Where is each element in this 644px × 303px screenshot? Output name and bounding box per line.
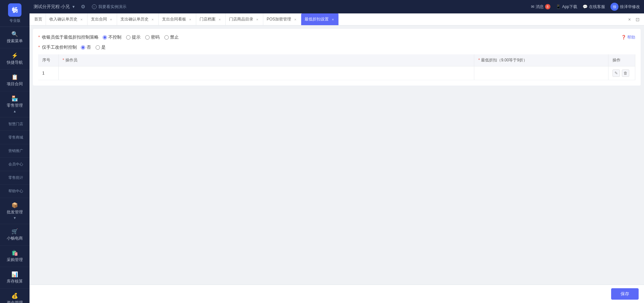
- sidebar-item-finance[interactable]: 💰 资金管理: [0, 289, 30, 303]
- tab-home[interactable]: 首页: [31, 13, 46, 25]
- cell-seq: 1: [38, 66, 58, 80]
- radio-remind[interactable]: [126, 35, 130, 40]
- sidebar-item-batch[interactable]: 📦 批发管理 ▼: [0, 198, 30, 224]
- radio-no[interactable]: [81, 45, 85, 50]
- tab-payment-contract[interactable]: 支出合同 ×: [88, 13, 117, 25]
- close-icon[interactable]: ×: [188, 17, 193, 22]
- help-button[interactable]: ❓ 帮助: [621, 35, 635, 40]
- demo-button[interactable]: ○ 我要看实例演示: [92, 4, 126, 10]
- sidebar-item-member[interactable]: 会员中心: [0, 158, 30, 171]
- close-icon[interactable]: ×: [255, 17, 260, 22]
- sidebar-item-inventory[interactable]: 📊 库存核算: [0, 267, 30, 289]
- sidebar-item-label: 帮助中心: [8, 189, 23, 194]
- sidebar-item-shortcut[interactable]: ⚡ 快捷导航: [0, 48, 30, 70]
- radio-yes[interactable]: [96, 45, 100, 50]
- sidebar-item-retail-stats[interactable]: 零售统计: [0, 171, 30, 185]
- tab-store-product[interactable]: 门店商品目录 ×: [226, 13, 263, 25]
- logo-sub: 专业版: [3, 18, 27, 23]
- sidebar-item-help[interactable]: 帮助中心: [0, 185, 30, 198]
- purchase-icon: 🛍️: [11, 250, 18, 256]
- sidebar-item-purchase[interactable]: 🛍️ 采购管理: [0, 246, 30, 267]
- sidebar-item-ecommerce[interactable]: 🛒 小畅电商: [0, 224, 30, 246]
- messages-button[interactable]: ✉ 消息 8: [531, 4, 550, 10]
- download-icon: 📱: [556, 4, 561, 9]
- col-header-operator: * 操作员: [58, 54, 474, 66]
- sidebar-item-retail[interactable]: 🏪 零售管理 ▲: [0, 91, 30, 117]
- retail-icon: 🏪: [11, 95, 18, 102]
- tab-payment-board[interactable]: 支出合同看板 ×: [159, 13, 196, 25]
- col-header-seq: 序号: [38, 54, 58, 66]
- delete-icon[interactable]: 🗑: [622, 69, 629, 77]
- sidebar-item-search[interactable]: 🔍 搜索菜单: [0, 27, 30, 48]
- sidebar-item-project[interactable]: 📋 项目合同: [0, 70, 30, 91]
- settings-gear-icon[interactable]: ⚙: [81, 4, 85, 10]
- close-tab-button[interactable]: ×: [627, 16, 633, 23]
- option-label: 提示: [132, 34, 141, 40]
- sidebar-item-label: 营销推广: [8, 148, 23, 153]
- close-icon[interactable]: ×: [79, 17, 84, 22]
- close-icon[interactable]: ×: [293, 17, 298, 22]
- radio-no-control[interactable]: [103, 35, 107, 40]
- sidebar-item-retail-mall[interactable]: 零售商城: [0, 131, 30, 144]
- avatar: 徐: [610, 3, 619, 11]
- sidebar-item-marketing[interactable]: 营销推广: [0, 144, 30, 158]
- tab-min-discount[interactable]: 最低折扣设置 ×: [301, 13, 339, 25]
- discount-table: 序号 * 操作员 * 最低折扣（9.00等于9折） 操作: [38, 54, 635, 80]
- option-label: 禁止: [170, 34, 179, 40]
- tabs-bar: 首页 收入确认单历史 × 支出合同 × 支出确认单历史 × 支出合同看板 × 门…: [30, 13, 644, 26]
- expand-tab-button[interactable]: ⊡: [634, 16, 641, 23]
- row-action-icons: ✎ 🗑: [612, 69, 631, 77]
- sidebar-item-label: 零售统计: [8, 175, 23, 180]
- required-mark: *: [38, 35, 40, 40]
- sidebar-item-label: 小畅电商: [7, 236, 23, 241]
- control-options-group: 不控制 提示 密码 禁止: [103, 34, 179, 40]
- option-yes[interactable]: 是: [96, 44, 106, 50]
- save-button[interactable]: 保存: [611, 288, 639, 300]
- close-icon[interactable]: ×: [217, 17, 222, 22]
- discount-table-wrapper: 序号 * 操作员 * 最低折扣（9.00等于9折） 操作: [38, 54, 635, 80]
- project-selector[interactable]: 测试分开完程·小兄 ▼: [34, 4, 75, 10]
- close-icon[interactable]: ×: [330, 17, 335, 22]
- content-area: * 收银员低于最低折扣控制策略 不控制 提示 密码: [30, 26, 644, 285]
- radio-password[interactable]: [145, 35, 150, 40]
- tab-label: 支出合同: [91, 16, 107, 22]
- tab-label: 支出确认单历史: [120, 16, 149, 22]
- tab-store-file[interactable]: 门店档案 ×: [196, 13, 226, 25]
- tab-label: 最低折扣设置: [305, 16, 329, 22]
- manual-price-row: * 仅手工改价时控制 否 是: [38, 44, 635, 50]
- sidebar-item-label: 会员中心: [8, 162, 23, 167]
- tab-pos-password[interactable]: POS加密管理 ×: [263, 13, 301, 25]
- sidebar-item-label: 零售商城: [8, 135, 23, 140]
- messages-label: 消息: [536, 4, 544, 10]
- option-label: 否: [87, 44, 91, 50]
- table-header-row: 序号 * 操作员 * 最低折扣（9.00等于9折） 操作: [38, 54, 635, 66]
- table-row: 1 ✎ 🗑: [38, 66, 635, 80]
- project-name: 测试分开完程·小兄: [34, 4, 70, 10]
- logo-icon: 畅: [8, 3, 21, 17]
- app-download-label: App下载: [562, 4, 577, 10]
- user-profile-button[interactable]: 徐 徐泽华修改: [610, 3, 640, 11]
- tab-label: 首页: [34, 16, 42, 22]
- demo-icon: ○: [92, 4, 97, 9]
- radio-forbid[interactable]: [164, 35, 169, 40]
- cell-operator: [58, 66, 474, 80]
- close-icon[interactable]: ×: [109, 17, 113, 22]
- required-mark: *: [478, 58, 480, 62]
- option-password[interactable]: 密码: [145, 34, 160, 40]
- option-remind[interactable]: 提示: [126, 34, 141, 40]
- edit-icon[interactable]: ✎: [612, 69, 620, 77]
- online-service-button[interactable]: 💬 在线客服: [583, 4, 605, 10]
- tab-income-history[interactable]: 收入确认单历史 ×: [46, 13, 88, 25]
- option-no-control[interactable]: 不控制: [103, 34, 121, 40]
- option-forbid[interactable]: 禁止: [164, 34, 179, 40]
- app-download-button[interactable]: 📱 App下载: [556, 4, 577, 10]
- option-no[interactable]: 否: [81, 44, 91, 50]
- close-icon[interactable]: ×: [150, 17, 155, 22]
- save-bar: 保存: [30, 285, 644, 303]
- inventory-icon: 📊: [11, 271, 18, 277]
- tab-payment-confirm-history[interactable]: 支出确认单历史 ×: [117, 13, 159, 25]
- topbar-right: ✉ 消息 8 📱 App下载 💬 在线客服 徐 徐泽华修改: [531, 3, 640, 11]
- sidebar-item-smart-store[interactable]: 智慧门店: [0, 117, 30, 131]
- tabs-actions: × ⊡: [627, 16, 643, 23]
- shortcut-icon: ⚡: [11, 52, 18, 59]
